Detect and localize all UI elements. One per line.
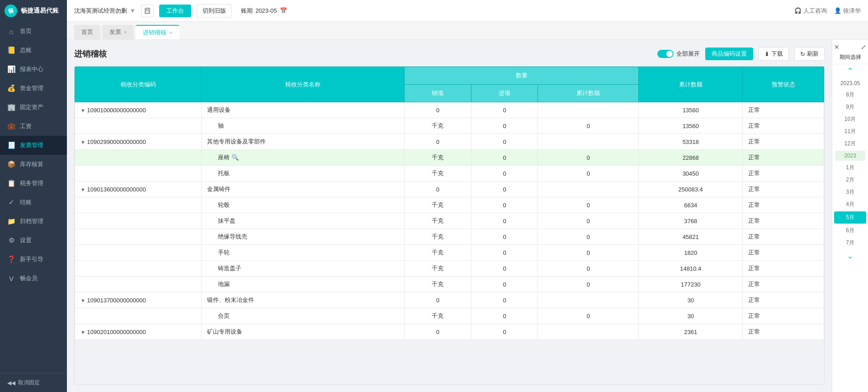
collapse-arrow[interactable]: ▼ xyxy=(80,108,85,113)
period-item[interactable]: 12月 xyxy=(832,138,868,150)
sidebar-label-invoice-mgr: 发票管理 xyxy=(20,141,43,149)
setting-btn[interactable]: 商品编码设置 xyxy=(705,48,753,60)
period-select-title: 期间选择 xyxy=(832,51,868,64)
cell-status: 正常 xyxy=(743,229,824,245)
period-down-arrow[interactable]: ⌄ xyxy=(845,249,855,263)
period-up-arrow[interactable]: ⌃ xyxy=(845,64,855,78)
sidebar-item-inventory[interactable]: 📦库存核算 xyxy=(0,155,67,174)
tab-home[interactable]: 首页 xyxy=(74,25,100,39)
data-table-container: 税收分类编码 税收分类名称 数量 累计数额 预警状态 销项 进项 累计数额 xyxy=(74,66,825,385)
sidebar-label-home: 首页 xyxy=(20,27,32,35)
sidebar-item-invoice-mgr[interactable]: 🧾发票管理 xyxy=(0,136,67,155)
cell-status: 正常 xyxy=(743,277,824,292)
th-total: 累计数额 xyxy=(639,67,743,102)
sidebar-item-settlement[interactable]: ✓结账 xyxy=(0,193,67,212)
cell-sale: 0 xyxy=(471,197,538,213)
page-header: 进销稽核 全部展开 商品编码设置 ⬇ 下载 ↻ 刷新 xyxy=(74,47,825,61)
sidebar-label-wages: 工资 xyxy=(20,122,32,130)
cell-name: 通用设备 xyxy=(202,102,405,118)
user-info[interactable]: 👤 徐泽华 xyxy=(834,7,861,15)
cell-qty-total xyxy=(538,324,639,340)
period-item[interactable]: 6月 xyxy=(832,225,868,237)
cell-sale: 0 xyxy=(471,245,538,261)
sidebar-item-member[interactable]: V畅会员 xyxy=(0,269,67,288)
cell-code xyxy=(75,229,202,245)
period-item[interactable]: 2月 xyxy=(832,174,868,186)
topbar: 沈海英测试经营勿删 ▼ 工作台 切到旧版 账期 2023-05 📅 🎧 人工咨询… xyxy=(67,0,868,22)
save-btn[interactable] xyxy=(141,5,154,17)
app-logo: 畅 畅捷通易代账 xyxy=(0,0,67,22)
period-item[interactable]: 9月 xyxy=(832,101,868,113)
cell-sale: 0 xyxy=(404,134,471,150)
page-actions: 全部展开 商品编码设置 ⬇ 下载 ↻ 刷新 xyxy=(657,47,825,61)
cell-purchase: 0 xyxy=(471,134,538,150)
period-item[interactable]: 10月 xyxy=(832,113,868,125)
sidebar-item-reports[interactable]: 📊报表中心 xyxy=(0,60,67,79)
search-icon[interactable]: 🔍 xyxy=(231,154,239,161)
cell-status: 正常 xyxy=(743,134,824,150)
tab-reconcile[interactable]: 进销稽核 × xyxy=(136,25,179,39)
collapse-arrow[interactable]: ▼ xyxy=(80,330,85,335)
period-item[interactable]: 11月 xyxy=(832,125,868,138)
cell-code xyxy=(75,308,202,324)
refresh-btn[interactable]: ↻ 刷新 xyxy=(794,47,825,61)
period-selector[interactable]: 账期 2023-05 📅 xyxy=(241,7,287,15)
table-row: 合页 千克 0 0 30 正常 xyxy=(75,308,824,324)
tab-reconcile-close[interactable]: × xyxy=(169,30,172,35)
cell-name: 地漏 xyxy=(202,277,405,292)
period-item[interactable]: 4月 xyxy=(832,198,868,210)
period-item[interactable]: 5月 xyxy=(834,211,866,224)
panel-close-icon[interactable]: ✕ xyxy=(834,43,840,51)
cell-code xyxy=(75,118,202,134)
sidebar-item-wages[interactable]: 💼工资 xyxy=(0,117,67,136)
tab-invoice-close[interactable]: × xyxy=(124,29,127,35)
cell-sale: 0 xyxy=(404,102,471,118)
cell-total: 177230 xyxy=(639,277,743,292)
period-item[interactable]: 7月 xyxy=(832,237,868,249)
sidebar-icon-settings: ⚙ xyxy=(7,236,15,244)
period-item[interactable]: 2023.05 xyxy=(832,78,868,89)
sidebar-item-archive[interactable]: 📁归档管理 xyxy=(0,212,67,231)
sidebar-icon-reports: 📊 xyxy=(7,65,15,73)
tabbar: 首页 发票 × 进销稽核 × xyxy=(67,22,868,40)
table-row: 抹平盘 千克 0 0 3768 正常 xyxy=(75,213,824,229)
page-title: 进销稽核 xyxy=(74,48,107,59)
cell-code xyxy=(75,213,202,229)
tab-home-label: 首页 xyxy=(81,28,93,36)
sidebar-item-assets[interactable]: 🏢固定资产 xyxy=(0,98,67,117)
period-item[interactable]: 3月 xyxy=(832,186,868,198)
cell-total: 22868 xyxy=(639,150,743,166)
sidebar-item-settings[interactable]: ⚙设置 xyxy=(0,231,67,250)
collapse-arrow[interactable]: ▼ xyxy=(80,187,85,192)
cell-sale: 0 xyxy=(471,118,538,134)
service-btn[interactable]: 🎧 人工咨询 xyxy=(794,7,827,15)
cell-purchase: 0 xyxy=(471,182,538,197)
cell-purchase: 0 xyxy=(538,277,639,292)
tab-invoice[interactable]: 发票 × xyxy=(102,25,134,39)
sidebar-label-settings: 设置 xyxy=(20,236,32,244)
cancel-fixed-btn[interactable]: ◀◀ 取消固定 xyxy=(0,373,67,392)
period-item[interactable]: 1月 xyxy=(832,162,868,174)
collapse-arrow[interactable]: ▼ xyxy=(80,139,85,145)
collapse-arrow[interactable]: ▼ xyxy=(80,298,85,303)
sidebar-item-guide[interactable]: ❓新手引导 xyxy=(0,250,67,269)
download-label: 下载 xyxy=(771,50,783,58)
cell-code: ▼ 109029900000000000 xyxy=(75,134,202,150)
sidebar-item-funds[interactable]: 💰资金管理 xyxy=(0,79,67,98)
download-btn[interactable]: ⬇ 下载 xyxy=(759,47,789,61)
expand-toggle[interactable] xyxy=(657,50,674,58)
sidebar-item-tax[interactable]: 📋税务管理 xyxy=(0,174,67,193)
cell-total: 30 xyxy=(639,308,743,324)
sidebar-item-ledger[interactable]: 📒总账 xyxy=(0,41,67,60)
cell-status: 正常 xyxy=(743,182,824,197)
panel-expand-icon[interactable]: ⤢ xyxy=(861,43,866,51)
table-row: ▼ 109010000000000000 通用设备 0 0 13560 正常 xyxy=(75,102,824,118)
th-sale: 销项 xyxy=(404,85,471,102)
sidebar-item-home[interactable]: ⌂首页 xyxy=(0,22,67,41)
oldver-btn[interactable]: 切到旧版 xyxy=(197,4,232,18)
period-item[interactable]: 2023 xyxy=(835,151,865,161)
workbench-btn[interactable]: 工作台 xyxy=(159,5,191,17)
dropdown-icon: ▼ xyxy=(130,7,136,14)
company-selector[interactable]: 沈海英测试经营勿删 ▼ xyxy=(74,7,136,15)
period-item[interactable]: 8月 xyxy=(832,89,868,101)
